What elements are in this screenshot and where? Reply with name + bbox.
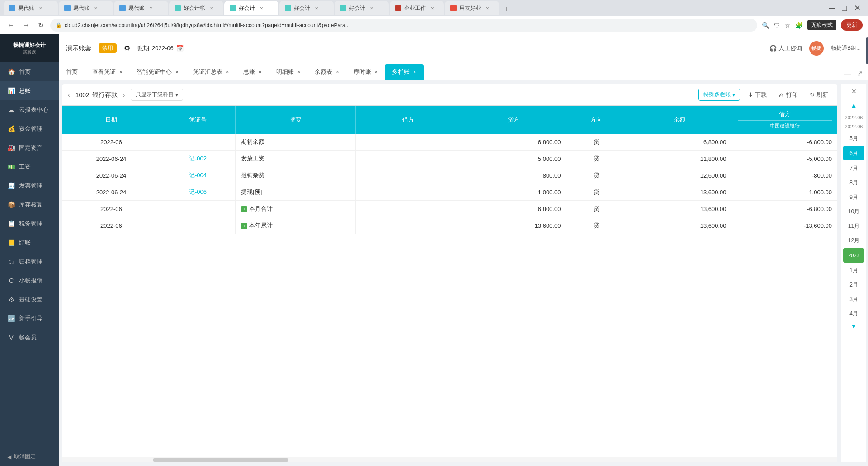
tab-voucher-summary-close[interactable]: × — [226, 69, 229, 75]
tab-sequence[interactable]: 序时账 × — [346, 64, 385, 80]
month-5[interactable]: 5月 — [841, 131, 866, 146]
back-button[interactable]: ← — [5, 19, 16, 31]
incognito-mode-button[interactable]: 无痕模式 — [807, 20, 836, 30]
minimize-panel-icon[interactable]: — — [842, 68, 853, 80]
browser-tab-2[interactable]: 易代账 ✕ — [59, 1, 113, 15]
search-icon[interactable]: 🔍 — [762, 22, 769, 29]
tab-2-close[interactable]: ✕ — [94, 6, 98, 11]
tab-5-close[interactable]: ✕ — [259, 6, 263, 11]
refresh-button[interactable]: ↻ — [36, 19, 46, 31]
month-10[interactable]: 10月 — [841, 204, 866, 219]
tab-sequence-close[interactable]: × — [375, 69, 377, 75]
sidebar-scrollbar[interactable] — [866, 28, 868, 466]
sidebar-item-close[interactable]: 📒 结账 — [0, 233, 59, 252]
expand-panel-icon[interactable]: ⤢ — [855, 67, 864, 80]
update-button[interactable]: 更新 — [841, 19, 863, 31]
cell-voucher[interactable]: 记-006 — [160, 184, 235, 201]
user-avatar[interactable]: 畅捷 — [809, 41, 824, 56]
tab-7-close[interactable]: ✕ — [370, 6, 373, 11]
print-button[interactable]: 🖨 打印 — [775, 89, 802, 101]
cell-voucher[interactable]: 记-004 — [160, 167, 235, 184]
prev-subject-button[interactable]: ‹ — [68, 91, 70, 99]
sidebar-item-ledger[interactable]: 📊 总账 — [0, 81, 59, 100]
sidebar-item-salary[interactable]: 💵 工资 — [0, 157, 59, 176]
month-2[interactable]: 2月 — [841, 278, 866, 292]
expand-panel-button[interactable]: ▲ — [841, 99, 866, 113]
scroll-down-button[interactable]: ▼ — [841, 321, 866, 332]
tab-general-ledger-close[interactable]: × — [259, 69, 261, 75]
browser-tab-5[interactable]: 好会计 ✕ — [224, 1, 278, 15]
month-3[interactable]: 3月 — [841, 292, 866, 306]
browser-tab-8[interactable]: 企业工作 ✕ — [390, 1, 444, 15]
voucher-link[interactable]: 记-006 — [189, 188, 207, 195]
refresh-button[interactable]: ↻ 刷新 — [806, 89, 832, 101]
tab-smart-voucher[interactable]: 智能凭证中心 × — [129, 64, 185, 80]
sidebar-item-archive[interactable]: 🗂 归档管理 — [0, 252, 59, 271]
tab-voucher-summary[interactable]: 凭证汇总表 × — [186, 64, 236, 80]
month-8[interactable]: 8月 — [841, 175, 866, 190]
voucher-link[interactable]: 记-002 — [189, 155, 207, 162]
settings-gear-icon[interactable]: ⚙ — [124, 44, 130, 52]
month-12[interactable]: 12月 — [841, 233, 866, 248]
url-bar[interactable]: 🔒 cloud2.chanjet.com/accounting/uh26t264… — [50, 19, 757, 32]
browser-tab-7[interactable]: 好会计 ✕ — [335, 1, 389, 15]
extensions-icon[interactable]: 🧩 — [795, 22, 803, 29]
month-6[interactable]: 6月 — [843, 146, 864, 160]
cell-voucher[interactable]: 记-002 — [160, 151, 235, 167]
browser-tab-9[interactable]: 用友好业 ✕ — [445, 1, 499, 15]
browser-tab-1[interactable]: 易代账 ✕ — [4, 1, 58, 15]
sidebar-item-assets[interactable]: 🏭 固定资产 — [0, 138, 59, 157]
sidebar-item-guide[interactable]: 🆕 新手引导 — [0, 309, 59, 328]
horizontal-scrollbar[interactable] — [62, 457, 837, 462]
tab-balance[interactable]: 余额表 × — [307, 64, 346, 80]
tab-4-close[interactable]: ✕ — [210, 6, 213, 11]
browser-tab-4[interactable]: 好会计帐 ✕ — [169, 1, 223, 15]
tab-detail-ledger[interactable]: 明细账 × — [269, 64, 307, 80]
tab-3-close[interactable]: ✕ — [149, 6, 153, 11]
sidebar-item-home[interactable]: 🏠 首页 — [0, 62, 59, 81]
tab-balance-close[interactable]: × — [336, 69, 339, 75]
scroll-thumb[interactable] — [153, 458, 288, 462]
tab-smart-voucher-close[interactable]: × — [175, 69, 178, 75]
browser-tab-6[interactable]: 好会计 ✕ — [279, 1, 334, 15]
tab-voucher[interactable]: 查看凭证 × — [85, 64, 129, 80]
tab-6-close[interactable]: ✕ — [315, 6, 318, 11]
tab-1-close[interactable]: ✕ — [39, 6, 42, 11]
sidebar-item-settings[interactable]: ⚙ 基础设置 — [0, 290, 59, 309]
month-1[interactable]: 1月 — [841, 263, 866, 278]
month-7[interactable]: 7月 — [841, 161, 866, 175]
browser-tab-3[interactable]: 易代账 ✕ — [114, 1, 168, 15]
month-9[interactable]: 9月 — [841, 190, 866, 204]
sidebar-item-invoice[interactable]: 🧾 发票管理 — [0, 176, 59, 195]
minimize-button[interactable]: ─ — [829, 4, 835, 13]
maximize-button[interactable]: □ — [842, 4, 847, 13]
tab-detail-ledger-close[interactable]: × — [297, 69, 300, 75]
month-4[interactable]: 4月 — [841, 306, 866, 321]
tab-8-close[interactable]: ✕ — [430, 6, 434, 11]
tab-multi-column[interactable]: 多栏账 × — [385, 64, 423, 80]
sidebar-item-funds[interactable]: 💰 资金管理 — [0, 119, 59, 138]
close-panel-button[interactable]: ✕ — [841, 84, 866, 99]
close-window-button[interactable]: ✕ — [854, 3, 861, 13]
new-tab-button[interactable]: + — [500, 3, 513, 15]
next-subject-button[interactable]: › — [123, 91, 125, 99]
tab-voucher-close[interactable]: × — [119, 69, 122, 75]
filter-dropdown[interactable]: 只显示下级科目 ▾ — [131, 89, 183, 101]
forward-button[interactable]: → — [21, 19, 32, 31]
pin-toggle[interactable]: ◀ 取消固定 — [0, 447, 59, 466]
shield-icon[interactable]: 🛡 — [774, 22, 780, 29]
special-multicolumn-button[interactable]: 特殊多栏账 ▾ — [698, 89, 740, 101]
sidebar-item-tax[interactable]: 📋 税务管理 — [0, 214, 59, 233]
tab-general-ledger[interactable]: 总账 × — [236, 64, 269, 80]
sidebar-item-reports[interactable]: ☁ 云报表中心 — [0, 100, 59, 119]
sidebar-scroll-thumb[interactable] — [866, 37, 868, 64]
sidebar-item-expense[interactable]: C 小畅报销 — [0, 271, 59, 290]
star-icon[interactable]: ☆ — [785, 22, 791, 29]
month-11[interactable]: 11月 — [841, 219, 866, 233]
tab-9-close[interactable]: ✕ — [486, 6, 489, 11]
download-button[interactable]: ⬇ 下载 — [745, 89, 770, 101]
tab-multi-column-close[interactable]: × — [413, 69, 416, 75]
sidebar-item-inventory[interactable]: 📦 库存核算 — [0, 195, 59, 214]
sidebar-item-member[interactable]: V 畅会员 — [0, 328, 59, 347]
consult-button[interactable]: 🎧 人工咨询 — [769, 44, 802, 52]
